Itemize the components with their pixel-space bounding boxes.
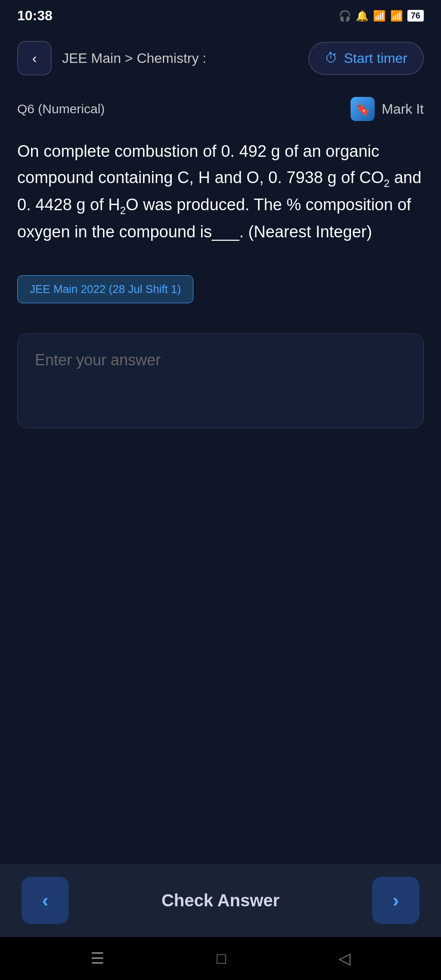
system-nav-bar: ☰ □ ◁ xyxy=(0,937,441,980)
bookmark-icon: 🔖 xyxy=(351,97,375,121)
co2-subscript: 2 xyxy=(384,177,389,189)
next-arrow-icon: › xyxy=(393,890,399,911)
question-text-part1: On complete combustion of 0. 492 g of an… xyxy=(17,142,384,187)
mark-it-label: Mark It xyxy=(382,101,424,117)
home-icon: □ xyxy=(217,949,226,968)
bottom-nav: ‹ Check Answer › xyxy=(0,864,441,937)
signal-icon: 📶 xyxy=(390,10,403,22)
status-time: 10:38 xyxy=(17,8,53,24)
exam-tag: JEE Main 2022 (28 Jul Shift 1) xyxy=(17,275,193,303)
bell-icon: 🔔 xyxy=(356,10,369,22)
answer-input[interactable] xyxy=(17,333,424,428)
back-button[interactable]: ‹ xyxy=(17,41,52,75)
prev-button[interactable]: ‹ xyxy=(22,877,69,924)
timer-icon: ⏱ xyxy=(325,51,338,65)
back-nav-icon: ◁ xyxy=(339,949,351,968)
question-header: Q6 (Numerical) 🔖 Mark It xyxy=(0,88,441,134)
start-timer-button[interactable]: ⏱ Start timer xyxy=(308,42,424,75)
battery-badge: 76 xyxy=(407,10,424,22)
question-text: On complete combustion of 0. 492 g of an… xyxy=(17,138,424,245)
headphone-icon: 🎧 xyxy=(339,10,351,22)
status-icons: 🎧 🔔 📶 📶 76 xyxy=(339,10,424,22)
mark-it-button[interactable]: 🔖 Mark It xyxy=(351,97,424,121)
back-icon: ‹ xyxy=(32,50,37,66)
timer-label: Start timer xyxy=(344,50,407,66)
question-body: On complete combustion of 0. 492 g of an… xyxy=(0,134,441,262)
question-label: Q6 (Numerical) xyxy=(17,102,105,116)
status-bar: 10:38 🎧 🔔 📶 📶 76 xyxy=(0,0,441,28)
prev-arrow-icon: ‹ xyxy=(42,890,49,911)
wifi-icon: 📶 xyxy=(373,10,386,22)
breadcrumb: JEE Main > Chemistry : xyxy=(62,50,298,66)
h2o-subscript: 2 xyxy=(120,204,126,216)
menu-icon: ☰ xyxy=(90,949,104,968)
tag-container: JEE Main 2022 (28 Jul Shift 1) xyxy=(0,262,441,316)
next-button[interactable]: › xyxy=(372,877,419,924)
check-answer-label: Check Answer xyxy=(161,891,280,910)
question-text-blank: ___ xyxy=(212,223,239,241)
question-text-part4: . (Nearest Integer) xyxy=(239,223,372,241)
header: ‹ JEE Main > Chemistry : ⏱ Start timer xyxy=(0,28,441,88)
answer-section xyxy=(0,316,441,447)
